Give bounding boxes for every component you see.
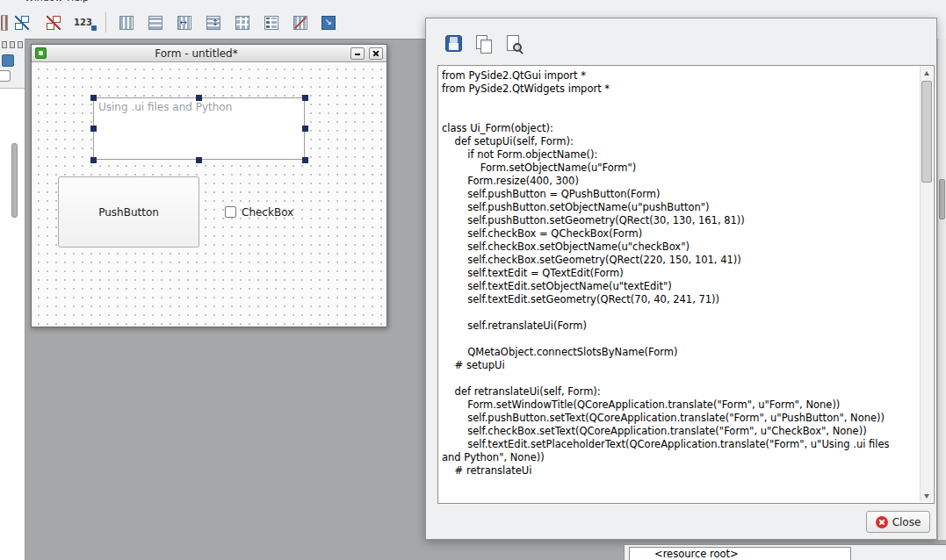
form-canvas[interactable]: Using .ui files and Python PushButton Ch… — [32, 62, 386, 327]
selection-handle-se[interactable] — [302, 157, 308, 163]
generated-code[interactable]: from PySide2.QtGui import * from PySide2… — [442, 69, 917, 500]
hbars-glyph — [148, 16, 162, 30]
form-designer-window: Form - untitled* Using .ui files and Pyt… — [31, 44, 387, 327]
selection-handle-sw[interactable] — [90, 157, 97, 163]
dock-float-icon[interactable] — [10, 41, 15, 48]
hbars-splitter-glyph — [206, 16, 220, 30]
code-dialog-toolbar — [442, 32, 525, 55]
selection-handle-e[interactable] — [302, 126, 308, 132]
form-window-titlebar[interactable]: Form - untitled* — [32, 45, 386, 62]
copy-icon[interactable] — [472, 32, 495, 55]
tab-order-glyph: 123 — [74, 17, 92, 29]
pushbutton-label: PushButton — [98, 206, 159, 219]
layout-vertical-splitter-icon[interactable] — [202, 11, 224, 33]
selection-handle-nw[interactable] — [90, 95, 97, 101]
magnifier-lens — [513, 43, 522, 52]
code-scrollbar[interactable] — [920, 67, 933, 502]
buddies-glyph — [47, 16, 61, 30]
code-view[interactable]: from PySide2.QtGui import * from PySide2… — [437, 65, 935, 504]
widget-box-mode-icon[interactable] — [2, 54, 14, 67]
magnifier-page-glyph — [505, 35, 523, 53]
print-preview-icon[interactable] — [502, 32, 525, 55]
toolbar-separator — [105, 12, 106, 32]
widget-box-list[interactable] — [0, 88, 25, 560]
dialog-close-button[interactable]: Close — [866, 511, 930, 533]
save-icon[interactable] — [442, 32, 466, 55]
resource-tree: <resource root> — [629, 547, 851, 560]
textedit-widget[interactable]: Using .ui files and Python — [93, 97, 305, 160]
break-layout-glyph — [293, 16, 307, 30]
code-scrollbar-thumb[interactable] — [921, 81, 932, 183]
pushbutton-widget[interactable]: PushButton — [58, 176, 199, 248]
menubar: Window Help — [0, 0, 946, 4]
selection-handle-ne[interactable] — [302, 95, 308, 101]
form-window-icon — [35, 47, 47, 59]
textedit-placeholder: Using .ui files and Python — [94, 98, 304, 116]
resource-root-item[interactable]: <resource root> — [630, 548, 850, 560]
layout-grid-icon[interactable] — [231, 11, 253, 33]
edit-signals-slots-icon[interactable] — [11, 11, 32, 33]
floppy-glyph — [445, 35, 462, 52]
adjust-size-glyph — [321, 16, 336, 30]
form-window-title: Form - untitled* — [47, 46, 346, 61]
scroll-down-icon[interactable] — [921, 490, 933, 502]
close-circle-icon — [876, 516, 888, 528]
layout-horizontal-splitter-icon[interactable] — [173, 11, 195, 33]
background-scrollbar-thumb[interactable] — [939, 179, 945, 219]
background-scrollbar-fragment[interactable] — [937, 39, 946, 540]
widget-filter-input[interactable] — [0, 70, 11, 82]
edit-buddies-icon[interactable] — [42, 11, 64, 33]
vbars-glyph — [119, 16, 134, 30]
copy-pages-glyph — [475, 35, 493, 53]
layout-vertical-icon[interactable] — [144, 11, 166, 33]
adjust-size-icon[interactable] — [317, 11, 339, 33]
edit-widgets-icon[interactable] — [0, 11, 9, 33]
dock-list-icon[interactable] — [2, 41, 7, 48]
checkbox-widget[interactable]: CheckBox — [225, 194, 314, 230]
selection-handle-w[interactable] — [90, 126, 97, 132]
layout-form-icon[interactable] — [260, 11, 282, 33]
checkbox-label: CheckBox — [242, 206, 293, 219]
selection-handle-s[interactable] — [196, 157, 202, 163]
dock-titlebar-buttons — [0, 39, 25, 51]
selection-handle-n[interactable] — [196, 95, 202, 101]
code-preview-dialog: from PySide2.QtGui import * from PySide2… — [425, 18, 937, 540]
menu-window[interactable]: Window — [25, 0, 62, 4]
minimize-button[interactable] — [350, 47, 365, 60]
dock-close-icon[interactable] — [18, 41, 23, 48]
close-button-label: Close — [892, 516, 921, 528]
vbars-splitter-glyph — [177, 16, 191, 30]
break-layout-icon[interactable] — [289, 11, 311, 33]
cropped-icon-sliver — [1, 15, 8, 31]
resource-browser-panel: <resource root> — [624, 544, 946, 560]
scroll-up-icon[interactable] — [921, 67, 933, 79]
menu-help[interactable]: Help — [67, 0, 89, 4]
edit-tab-order-icon[interactable]: 123 — [72, 11, 94, 33]
grid-glyph — [235, 16, 249, 30]
widget-box-dock — [0, 39, 25, 560]
signals-slots-glyph — [15, 16, 29, 30]
layout-horizontal-icon[interactable] — [115, 11, 137, 33]
checkbox-indicator[interactable] — [225, 206, 236, 218]
form-layout-glyph — [264, 16, 278, 30]
qt-designer-app: Window Help 123 For — [0, 0, 946, 560]
window-close-button[interactable] — [369, 47, 383, 60]
widget-box-scrollbar-thumb[interactable] — [11, 143, 18, 218]
